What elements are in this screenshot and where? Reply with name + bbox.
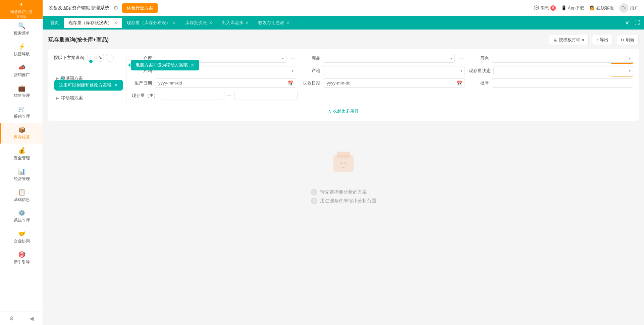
system-icon: ⚙️	[18, 209, 25, 217]
refresh-btn[interactable]: ↻ 刷新	[616, 35, 639, 45]
goods-dots-icon[interactable]: ···	[458, 55, 465, 61]
export-icon: ↑	[596, 38, 599, 43]
batch-input[interactable]	[492, 78, 633, 88]
filter-field-expiry-date: 失效日期 📅	[300, 78, 465, 88]
tip-num-1: 1	[311, 189, 317, 196]
sidebar-item-finance[interactable]: 💰 资金管理	[0, 144, 43, 164]
print-icon: 🖨	[553, 38, 557, 43]
top-header: 装备及固定资产辅助管理系统 ⚙ 体验行业方案 💬 消息 9 📱 App下载 💁 …	[43, 0, 644, 16]
stock-main-label: 现存量（主）	[132, 93, 158, 99]
page-actions: 🖨 按模板打印 ▾ ↑ 导出 ↻ 刷新	[549, 35, 639, 45]
tree-arrow-desktop: ▶	[56, 76, 59, 80]
tab-close-batch[interactable]: ✕	[209, 20, 212, 25]
tab-bar: 首页 现存量（库存状况表） ✕ 现存量（库存分布表） ✕ 库存批次账 ✕ 出入库…	[43, 16, 644, 30]
sidebar-logo: 6 畅通诶好生意 标准版	[0, 0, 43, 19]
empty-illustration	[327, 145, 360, 183]
scheme-divider	[126, 54, 126, 103]
prod-date-start-input[interactable]	[155, 78, 296, 88]
batch-input-wrap	[492, 78, 633, 88]
origin-select[interactable]	[323, 66, 465, 75]
filter-field-prod-date: 生产日期 📅	[132, 78, 296, 88]
sidebar-item-guide[interactable]: 🎯 新手引导	[0, 248, 43, 268]
sidebar-item-inventory[interactable]: 📦 库存核算	[0, 123, 43, 144]
sidebar-item-marketing[interactable]: 📣 营销推广	[0, 60, 43, 81]
sidebar-item-management[interactable]: 📊 经营管理	[0, 164, 43, 185]
online-service-btn[interactable]: 💁 在线客服	[590, 5, 614, 11]
color-select[interactable]	[492, 54, 633, 63]
marketing-icon: 📣	[18, 64, 25, 71]
filter-panel: 查询 设置 按以下方案查询 + ✎ ←	[48, 49, 639, 121]
service-icon: 💁	[590, 5, 595, 10]
tab-summary[interactable]: 收发存汇总表 ✕	[254, 18, 294, 28]
collapse-sidebar-icon[interactable]: ◀	[30, 315, 34, 322]
content-area: 现存量查询(按仓库+商品) 🖨 按模板打印 ▾ ↑ 导出 ↻ 刷新	[43, 30, 644, 325]
message-btn[interactable]: 💬 消息 9	[534, 5, 556, 11]
tree-arrow-mobile: ▶	[56, 96, 59, 100]
filter-field-origin: 产地 ▾	[300, 66, 465, 75]
industry-btn[interactable]: 体验行业方案	[122, 3, 158, 13]
sales-icon: 💼	[18, 85, 25, 92]
tooltip1-close-btn[interactable]: ✕	[191, 62, 195, 68]
search-icon: 🔍	[18, 22, 25, 30]
stock-status-select[interactable]	[493, 66, 633, 75]
tab-fullscreen-btn[interactable]: ⛶	[633, 18, 641, 27]
expiry-date-start-input[interactable]	[323, 78, 465, 88]
expiry-date-start-wrap: 📅	[323, 78, 465, 88]
stock-status-input-wrap: ▾	[493, 66, 633, 75]
tab-close-stock-dist[interactable]: ✕	[172, 20, 176, 25]
tab-close-stock-status[interactable]: ✕	[114, 20, 117, 25]
collapse-row[interactable]: ∧ 收起更多条件	[54, 106, 633, 116]
user-menu[interactable]: Ea 用户	[619, 3, 639, 13]
warehouse-dots-icon[interactable]: ···	[289, 55, 296, 61]
nav-icon: ⚡	[18, 43, 25, 50]
page-header: 现存量查询(按仓库+商品) 🖨 按模板打印 ▾ ↑ 导出 ↻ 刷新	[48, 35, 639, 45]
settings-bottom-icon[interactable]: ⚙	[9, 315, 14, 322]
sidebar-item-sales[interactable]: 💼 销售管理	[0, 81, 43, 102]
tab-inout[interactable]: 出入库流水 ✕	[217, 18, 254, 28]
stock-main-end-input[interactable]	[234, 91, 298, 100]
tab-close-summary[interactable]: ✕	[286, 20, 290, 25]
goods-input-wrap: ▾	[323, 54, 455, 63]
scheme-row: 按以下方案查询 + ✎ ← 电脑方案可设为移动方案哦 ✕	[54, 54, 633, 103]
scheme-left: 按以下方案查询 + ✎ ← 电脑方案可设为移动方案哦 ✕	[54, 54, 121, 102]
collapse-scheme-btn[interactable]: ←	[106, 54, 114, 62]
settings-icon[interactable]: ⚙	[113, 5, 118, 11]
tab-batch[interactable]: 库存批次账 ✕	[180, 18, 217, 28]
tab-bar-actions: ✕ ⛶	[624, 18, 641, 28]
logo-text: 畅通诶好生意	[10, 10, 33, 14]
sidebar-item-system[interactable]: ⚙️ 系统管理	[0, 206, 43, 227]
sidebar-item-collab[interactable]: 🤝 企业协同	[0, 227, 43, 248]
tab-home[interactable]: 首页	[46, 18, 64, 28]
stock-main-start-input[interactable]	[161, 91, 224, 100]
tab-close-all-btn[interactable]: ✕	[624, 18, 631, 28]
edit-scheme-btn[interactable]: ✎	[96, 54, 104, 62]
sidebar-item-purchase[interactable]: 🛒 采购管理	[0, 102, 43, 123]
color-input-wrap: ▾	[492, 54, 633, 63]
filter-row-3: 生产日期 📅 失效日期 📅	[132, 78, 633, 88]
export-btn[interactable]: ↑ 导出	[592, 35, 613, 45]
tooltip-edit-scheme[interactable]: 这里可以创建和修改方案哦 ✕	[54, 80, 123, 91]
finance-icon: 💰	[18, 147, 25, 154]
prod-date-label: 生产日期	[132, 80, 152, 86]
tab-stock-status[interactable]: 现存量（库存状况表） ✕	[64, 18, 122, 28]
header-left: 装备及固定资产辅助管理系统 ⚙ 体验行业方案	[48, 3, 158, 13]
message-icon: 💬	[534, 5, 539, 10]
sidebar-item-search[interactable]: 🔍 搜索菜单	[0, 19, 43, 40]
tab-close-inout[interactable]: ✕	[246, 20, 249, 25]
origin-input-wrap: ▾	[323, 66, 465, 75]
goods-select[interactable]	[323, 54, 455, 63]
main-area: 装备及固定资产辅助管理系统 ⚙ 体验行业方案 💬 消息 9 📱 App下载 💁 …	[43, 0, 644, 325]
scheme-mobile[interactable]: ▶ 移动端方案	[54, 94, 121, 102]
collapse-up-icon: ∧	[328, 109, 331, 114]
tooltip2-close-btn[interactable]: ✕	[114, 83, 118, 88]
refresh-icon: ↻	[621, 38, 624, 43]
sidebar-item-nav[interactable]: ⚡ 快捷导航	[0, 40, 43, 60]
phone-icon: 📱	[561, 5, 567, 10]
template-print-btn[interactable]: 🖨 按模板打印 ▾	[549, 35, 589, 45]
stock-main-end-wrap	[234, 91, 298, 100]
tab-stock-dist[interactable]: 现存量（库存分布表） ✕	[122, 18, 180, 28]
empty-tip-2: 2 用过滤条件来缩小分析范围	[311, 198, 376, 204]
app-download-btn[interactable]: 📱 App下载	[561, 5, 584, 11]
tooltip-desktop-scheme[interactable]: 电脑方案可设为移动方案哦 ✕	[131, 60, 199, 70]
sidebar-item-basic[interactable]: 📋 基础信息	[0, 185, 43, 206]
